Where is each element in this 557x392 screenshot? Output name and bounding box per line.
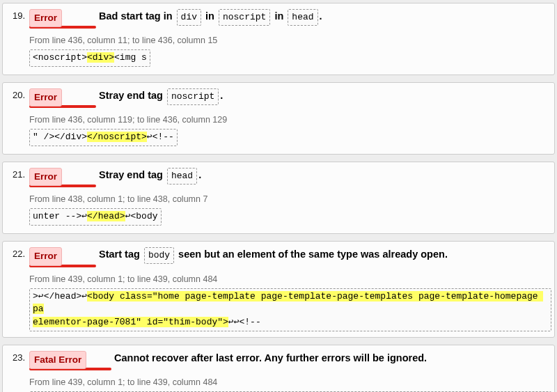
extract-plain: <noscript>: [33, 52, 87, 63]
code-extract: unter -->↩</head>↩<body: [29, 208, 162, 226]
msg-text: in: [272, 10, 286, 22]
code-chip: noscript: [219, 9, 270, 26]
location-text: From line 439, column 1; to line 439, co…: [29, 272, 554, 288]
item-body: Error Start tag body seen but an element…: [29, 246, 554, 331]
msg-text: Stray end tag: [99, 90, 166, 101]
item-body: Error Bad start tag in div in noscript i…: [29, 8, 554, 69]
extract-highlight: </head>: [87, 211, 125, 221]
msg-text: .: [220, 90, 223, 101]
item-headline: Error Stray end tag head.: [29, 166, 554, 191]
location-text: From line 436, column 119; to line 436, …: [29, 112, 554, 129]
error-item: 21. Error Stray end tag head. From line …: [2, 162, 555, 234]
item-body: Error Stray end tag head. From line 438,…: [29, 166, 554, 228]
code-chip: head: [288, 9, 317, 26]
item-headline: Error Stray end tag noscript.: [29, 87, 554, 112]
error-badge: Error: [29, 88, 62, 107]
code-chip: div: [177, 9, 201, 26]
item-number: 20.: [3, 87, 29, 100]
error-item: 20. Error Stray end tag noscript. From l…: [2, 82, 555, 155]
extract-highlight: <body class="home page-template page-tem…: [33, 291, 543, 315]
msg-text: seen but an element of the same type was…: [175, 249, 448, 260]
fatal-error-badge: Fatal Error: [29, 351, 86, 369]
extract-highlight: </noscript>: [87, 132, 147, 142]
code-chip: noscript: [167, 88, 219, 105]
extract-highlight: elementor-page-7081" id="thim-body">: [33, 317, 228, 327]
item-number: 23.: [3, 350, 29, 363]
item-headline: Error Bad start tag in div in noscript i…: [29, 8, 554, 33]
item-body: Fatal Error Cannot recover after last er…: [29, 350, 554, 392]
extract-plain: ↩<body: [125, 211, 158, 221]
error-item: 23. Fatal Error Cannot recover after las…: [2, 345, 555, 392]
extract-plain: " /></div>: [33, 132, 87, 142]
extract-plain: >↩</head>↩: [33, 291, 87, 301]
extract-plain: unter -->↩: [33, 211, 87, 221]
extract-highlight: <div>: [87, 52, 114, 63]
error-list: 19. Error Bad start tag in div in noscri…: [0, 3, 557, 392]
error-item: 22. Error Start tag body seen but an ele…: [2, 241, 555, 338]
code-chip: head: [167, 168, 197, 185]
item-number: 22.: [3, 246, 29, 259]
extract-plain: ↩↩<!--: [228, 317, 261, 327]
item-number: 19.: [3, 8, 29, 21]
msg-text: Bad start tag in: [99, 10, 175, 22]
location-text: From line 438, column 1; to line 438, co…: [29, 191, 554, 208]
msg-text: .: [320, 10, 322, 22]
extract-plain: <img s: [114, 52, 147, 63]
location-text: From line 439, column 1; to line 439, co…: [29, 375, 554, 391]
code-extract: <noscript><div><img s: [29, 49, 150, 67]
item-headline: Error Start tag body seen but an element…: [29, 246, 554, 271]
msg-text: Cannot recover after last error. Any fur…: [114, 352, 427, 363]
error-item: 19. Error Bad start tag in div in noscri…: [2, 3, 555, 75]
error-badge: Error: [29, 168, 62, 186]
msg-text: .: [198, 169, 201, 180]
msg-text: Stray end tag: [99, 169, 166, 180]
code-extract: >↩</head>↩<body class="home page-templat…: [29, 288, 551, 332]
location-text: From line 436, column 11; to line 436, c…: [29, 33, 554, 49]
code-chip: body: [144, 247, 174, 264]
error-badge: Error: [29, 9, 62, 27]
item-number: 21.: [3, 166, 29, 180]
item-headline: Fatal Error Cannot recover after last er…: [29, 350, 554, 375]
error-badge: Error: [29, 247, 62, 265]
msg-text: Start tag: [99, 249, 143, 260]
code-extract: " /></div></noscript>↩<!--: [29, 129, 178, 146]
item-body: Error Stray end tag noscript. From line …: [29, 87, 554, 148]
msg-text: in: [203, 10, 217, 22]
extract-plain: ↩<!--: [147, 132, 174, 142]
